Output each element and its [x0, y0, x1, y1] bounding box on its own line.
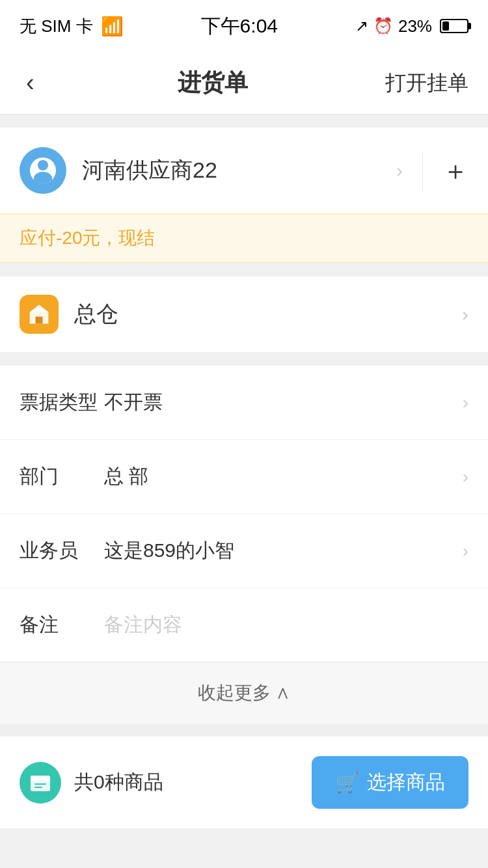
page-title: 进货单: [178, 67, 248, 99]
dept-value: 总 部: [104, 463, 456, 490]
back-button[interactable]: ‹: [20, 62, 41, 103]
form-section: 票据类型 不开票 › 部门 总 部 › 业务员 这是859的小智 › 备注 备注…: [0, 366, 488, 662]
remark-row[interactable]: 备注 备注内容: [0, 588, 488, 662]
open-pending-button[interactable]: 打开挂单: [385, 69, 468, 98]
warehouse-icon: [27, 303, 51, 326]
dept-chevron-icon: ›: [463, 467, 468, 487]
svg-rect-1: [36, 317, 43, 324]
warehouse-chevron-icon: ›: [462, 303, 468, 325]
status-bar: 无 SIM 卡 📶 下午6:04 ↗ ⏰ 23%: [0, 0, 488, 52]
remark-input[interactable]: 备注内容: [104, 612, 468, 638]
supplier-name: 河南供应商22: [82, 156, 396, 185]
invoice-label: 票据类型: [20, 389, 104, 416]
status-carrier: 无 SIM 卡 📶: [20, 15, 124, 38]
status-right: ↗ ⏰ 23%: [355, 16, 468, 36]
invoice-row[interactable]: 票据类型 不开票 ›: [0, 366, 488, 440]
avatar-head: [38, 160, 48, 170]
battery-bar: [440, 19, 468, 33]
svg-rect-3: [31, 776, 50, 781]
supplier-row[interactable]: 河南供应商22 › ＋: [0, 128, 488, 213]
wifi-icon: 📶: [101, 16, 124, 37]
sales-value: 这是859的小智: [104, 537, 456, 564]
add-supplier-button[interactable]: ＋: [442, 153, 468, 189]
collapse-button[interactable]: 收起更多 ∧: [0, 662, 488, 724]
warehouse-name: 总仓: [74, 299, 462, 329]
supplier-right-actions: › ＋: [396, 151, 468, 190]
svg-rect-5: [34, 787, 42, 788]
battery-fill: [442, 21, 449, 31]
collapse-label: 收起更多 ∧: [198, 683, 291, 703]
sales-chevron-icon: ›: [463, 541, 468, 562]
supplier-avatar: [20, 147, 66, 194]
carrier-text: 无 SIM 卡: [20, 15, 93, 38]
vertical-divider: [422, 151, 423, 190]
notice-bar: 应付-20元，现结: [0, 213, 488, 263]
dept-label: 部门: [20, 463, 104, 490]
sales-row[interactable]: 业务员 这是859的小智 ›: [0, 514, 488, 588]
nav-bar: ‹ 进货单 打开挂单: [0, 52, 488, 115]
invoice-value: 不开票: [104, 389, 456, 416]
warehouse-row[interactable]: 总仓 ›: [0, 276, 488, 353]
supplier-section: 河南供应商22 › ＋ 应付-20元，现结: [0, 128, 488, 263]
product-icon: [28, 770, 53, 795]
supplier-chevron-icon: ›: [396, 159, 403, 182]
product-icon-wrap: [20, 762, 61, 804]
warehouse-icon-wrap: [20, 295, 59, 334]
top-divider: [0, 115, 488, 128]
notice-text: 应付-20元，现结: [20, 228, 155, 248]
bottom-section: 共0种商品 🛒 选择商品: [0, 737, 488, 828]
dept-row[interactable]: 部门 总 部 ›: [0, 440, 488, 514]
remark-label: 备注: [20, 612, 104, 638]
cart-icon: 🛒: [335, 771, 359, 794]
avatar-body: [34, 172, 52, 183]
svg-rect-4: [34, 783, 46, 785]
invoice-chevron-icon: ›: [463, 392, 468, 413]
page-background: [0, 828, 488, 868]
battery-text: 23%: [398, 16, 432, 36]
status-time: 下午6:04: [201, 13, 278, 40]
product-count: 共0种商品: [74, 769, 312, 796]
alarm-icon: ⏰: [373, 17, 393, 35]
select-product-button[interactable]: 🛒 选择商品: [312, 756, 468, 809]
location-icon: ↗: [355, 17, 368, 35]
select-product-label: 选择商品: [367, 769, 445, 796]
sales-label: 业务员: [20, 537, 104, 564]
battery-tip: [468, 23, 471, 29]
